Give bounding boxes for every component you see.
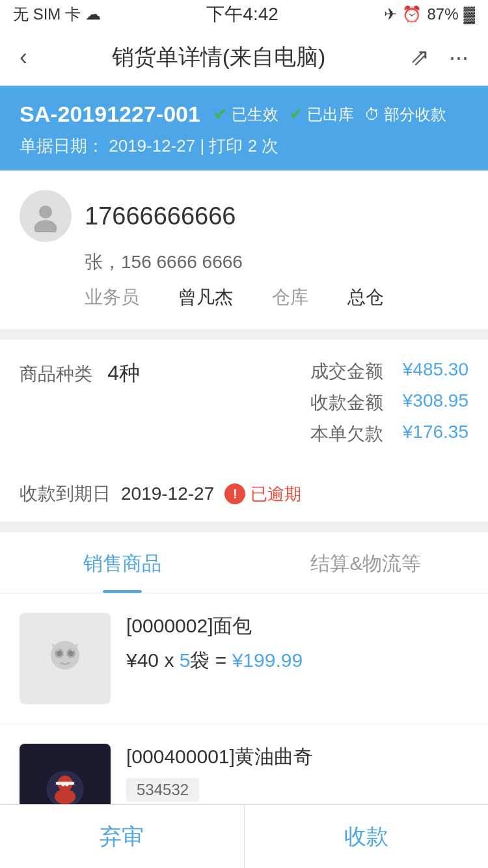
product-name-2: [000400001]黄油曲奇 (126, 744, 468, 770)
equals-1: = (215, 649, 232, 671)
unit-1: 袋 (190, 649, 210, 671)
product-thumbnail-1 (20, 613, 111, 704)
customer-id: 17666666666 (85, 202, 236, 230)
status-shipped-label: 已出库 (307, 104, 354, 125)
cancel-button[interactable]: 弃审 (0, 805, 245, 868)
due-label: 收款到期日 (20, 481, 111, 506)
header-date-info: 单据日期： 2019-12-27 | 打印 2 次 (20, 135, 468, 157)
nav-right-icons: ⇗ ··· (410, 44, 468, 71)
product-info-1: [0000002]面包 ¥40 x 5袋 = ¥199.99 (126, 613, 468, 674)
types-label: 商品种类 (20, 364, 92, 384)
warehouse-name: 总仓 (347, 285, 384, 310)
svg-point-0 (39, 206, 52, 219)
debt-row: 本单欠款 ¥176.35 (310, 422, 468, 446)
received-row: 收款金额 ¥308.95 (310, 390, 468, 415)
nav-bar: ‹ 销货单详情(来自电脑) ⇗ ··· (0, 29, 488, 86)
sales-label: 业务员 (85, 285, 139, 310)
tab-sales-label: 销售商品 (83, 552, 161, 574)
received-label: 收款金额 (310, 390, 383, 415)
types-value: 4种 (107, 361, 140, 385)
financial-stats: 成交金额 ¥485.30 收款金额 ¥308.95 本单欠款 ¥176.35 (310, 359, 468, 446)
product-code-2: [000400001] (126, 746, 235, 767)
batch-number: 534532 (126, 778, 199, 802)
page-title: 销货单详情(来自电脑) (112, 42, 326, 72)
price-base-1: ¥40 (126, 649, 159, 671)
status-tag-active: ✔ 已生效 (213, 104, 278, 125)
status-bar-time: 下午4:42 (206, 2, 278, 27)
sales-name: 曾凡杰 (178, 285, 233, 310)
overdue-icon: ! (224, 483, 245, 504)
svg-point-2 (51, 641, 79, 670)
svg-point-1 (34, 220, 57, 232)
customer-sub: 张，156 6666 6666 (85, 250, 468, 275)
customer-section: 17666666666 张，156 6666 6666 业务员 曾凡杰 仓库 总… (0, 170, 488, 329)
header-banner: SA-20191227-001 ✔ 已生效 ✔ 已出库 ⏱ 部分收款 单据日期：… (0, 86, 488, 170)
status-bar: 无 SIM 卡 ☁ 下午4:42 ✈ ⏰ 87% ▓ (0, 0, 488, 29)
no-sim-text: 无 SIM 卡 ☁ (13, 4, 101, 25)
overdue-text: 已逾期 (251, 483, 301, 506)
product-types: 商品种类 4种 (20, 359, 140, 388)
export-button[interactable]: ⇗ (410, 44, 429, 71)
battery-icon: ▓ (464, 5, 476, 23)
status-tags: ✔ 已生效 ✔ 已出库 ⏱ 部分收款 (213, 104, 446, 125)
svg-point-12 (62, 783, 65, 787)
customer-meta: 业务员 曾凡杰 仓库 总仓 (85, 285, 468, 310)
print-info: | 打印 2 次 (200, 136, 278, 156)
list-item: [0000002]面包 ¥40 x 5袋 = ¥199.99 (0, 593, 488, 724)
bottom-bar: 弃审 收款 (0, 804, 488, 868)
tab-sales-products[interactable]: 销售商品 (0, 532, 244, 593)
status-tag-shipped: ✔ 已出库 (289, 104, 354, 125)
battery-text: 87% (427, 5, 458, 23)
date-label: 单据日期： (20, 136, 104, 156)
product-title-2: 黄油曲奇 (235, 746, 313, 767)
order-id: SA-20191227-001 (20, 102, 200, 127)
amount-label: 成交金额 (310, 359, 383, 384)
back-button[interactable]: ‹ (20, 44, 27, 71)
svg-point-5 (57, 651, 62, 656)
location-icon: ✈ (384, 5, 397, 23)
divider-1 (0, 329, 488, 340)
debt-value: ¥176.35 (403, 422, 468, 446)
product-title-1: 面包 (213, 615, 252, 636)
status-bar-right: ✈ ⏰ 87% ▓ (384, 5, 475, 23)
avatar (20, 190, 72, 242)
product-price-1: ¥40 x 5袋 = ¥199.99 (126, 647, 468, 674)
status-partial-label: 部分收款 (384, 104, 446, 125)
check-icon-2: ✔ (289, 104, 303, 124)
stats-section: 商品种类 4种 成交金额 ¥485.30 收款金额 ¥308.95 本单欠款 ¥… (0, 340, 488, 466)
tab-settlement[interactable]: 结算&物流等 (244, 532, 488, 593)
alarm-icon: ⏰ (402, 5, 422, 23)
status-active-label: 已生效 (232, 104, 278, 125)
due-date: 2019-12-27 (121, 483, 214, 504)
check-icon-1: ✔ (213, 104, 228, 124)
warehouse-label: 仓库 (272, 285, 308, 310)
amount-value: ¥485.30 (403, 359, 468, 384)
tabs-divider (0, 522, 488, 532)
price-x-1: x (164, 649, 179, 671)
status-bar-left: 无 SIM 卡 ☁ (13, 4, 101, 25)
product-code-1: [0000002] (126, 615, 213, 636)
clock-icon: ⏱ (364, 105, 380, 124)
overdue-badge: ! 已逾期 (224, 483, 301, 506)
product-name-1: [0000002]面包 (126, 613, 468, 640)
order-date: 2019-12-27 (109, 136, 195, 156)
tab-settlement-label: 结算&物流等 (310, 552, 421, 574)
svg-point-10 (55, 789, 75, 804)
svg-point-13 (66, 783, 69, 787)
more-button[interactable]: ··· (449, 44, 468, 71)
status-tag-partial: ⏱ 部分收款 (364, 104, 446, 125)
total-1: ¥199.99 (232, 649, 303, 671)
qty-1: 5 (180, 649, 191, 671)
debt-label: 本单欠款 (310, 422, 383, 446)
tabs-bar: 销售商品 结算&物流等 (0, 532, 488, 593)
due-section: 收款到期日 2019-12-27 ! 已逾期 (0, 466, 488, 522)
svg-point-6 (68, 651, 74, 656)
svg-rect-11 (56, 782, 75, 785)
amount-row: 成交金额 ¥485.30 (310, 359, 468, 384)
confirm-button[interactable]: 收款 (245, 805, 489, 868)
received-value: ¥308.95 (403, 390, 468, 415)
